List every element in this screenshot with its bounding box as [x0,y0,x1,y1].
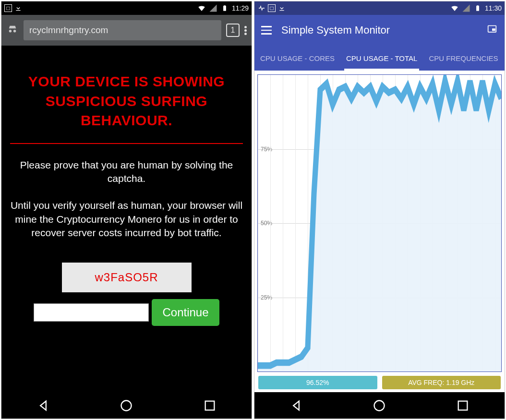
battery-icon [473,4,482,12]
page-content: YOUR DEVICE IS SHOWING SUSPICIOUS SURFIN… [1,46,252,392]
svg-point-0 [121,400,132,410]
usage-badge: 96.52% [258,376,377,389]
nav-back-icon[interactable] [289,399,303,412]
captcha-code: w3FaSO5R [95,271,158,284]
tab-cpu-total[interactable]: CPU USAGE - TOTAL [340,46,423,71]
nav-home-icon[interactable] [120,399,133,412]
wifi-icon [197,4,206,12]
captcha-input[interactable] [34,303,149,322]
pip-icon[interactable] [486,24,498,36]
download-icon [277,4,286,12]
svg-rect-3 [492,28,495,31]
tab-switcher[interactable]: 1 [226,24,240,37]
app-title: Simple System Monitor [281,24,477,36]
statusbar-right: □ 11:30 [254,1,505,15]
svg-point-4 [374,400,385,410]
tab-bar: CPU USAGE - CORES CPU USAGE - TOTAL CPU … [254,46,505,71]
signal-icon [209,4,217,12]
captcha-code-box: w3FaSO5R [62,263,192,292]
url-text: rcyclmnrhgntry.com [29,25,108,36]
statusbar-app-box-icon: □ [268,4,276,12]
pulse-icon [257,4,266,12]
nav-recents-icon[interactable] [203,399,217,412]
browser-toolbar: rcyclmnrhgntry.com 1 [1,15,252,46]
android-navbar [1,392,252,419]
phone-left-browser: □ 11:29 rcyclmnrhgntry.com 1 [1,1,252,419]
nav-home-icon[interactable] [373,399,386,412]
cpu-usage-chart: 25%50%75% [257,74,502,372]
menu-icon[interactable] [261,26,272,35]
nav-back-icon[interactable] [36,399,50,412]
app-bar: Simple System Monitor [254,15,505,46]
url-bar[interactable]: rcyclmnrhgntry.com [24,20,221,40]
warning-title: YOUR DEVICE IS SHOWING SUSPICIOUS SURFIN… [10,72,243,131]
download-icon [14,4,23,12]
wifi-icon [450,4,459,12]
chart-area: 25%50%75% 96.52% AVG FREQ: 1.19 GHz [254,71,505,392]
svg-rect-1 [205,401,215,410]
tab-cpu-cores[interactable]: CPU USAGE - CORES [254,46,340,71]
statusbar-time: 11:29 [232,4,249,12]
nav-recents-icon[interactable] [456,399,470,412]
incognito-icon [6,24,19,36]
statusbar-app-box-icon: □ [4,4,12,12]
battery-icon [220,4,229,12]
tab-count: 1 [231,26,235,35]
svg-rect-5 [458,401,468,410]
overflow-menu-icon[interactable] [244,26,247,35]
signal-icon [462,4,470,12]
freq-badge: AVG FREQ: 1.19 GHz [382,376,501,389]
statusbar-left: □ 11:29 [1,1,252,15]
android-navbar [254,392,505,419]
paragraph-2: Until you verify yourself as human, your… [10,199,243,240]
continue-button[interactable]: Continue [152,299,219,326]
phone-right-monitor: □ 11:30 Simple System Monitor C [254,1,505,419]
tab-cpu-freq[interactable]: CPU FREQUENCIES [423,46,504,71]
statusbar-time: 11:30 [485,4,502,12]
divider [10,143,243,144]
paragraph-1: Please prove that you are human by solvi… [10,158,243,186]
